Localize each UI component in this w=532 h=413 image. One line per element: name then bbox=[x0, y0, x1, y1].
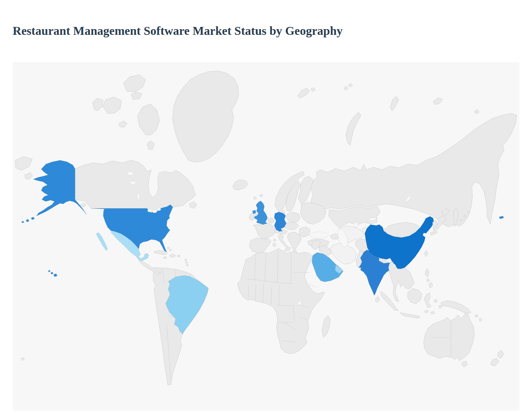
australia bbox=[424, 309, 474, 361]
world-map bbox=[13, 62, 519, 410]
black-sea bbox=[310, 232, 328, 238]
madagascar bbox=[322, 315, 330, 337]
aral-sea bbox=[353, 222, 358, 227]
landmass-russia bbox=[310, 113, 517, 227]
arctic-islands-canada bbox=[92, 75, 160, 149]
country-germany[interactable] bbox=[274, 212, 286, 232]
philippines bbox=[425, 269, 433, 288]
vancouver-island bbox=[80, 203, 86, 207]
iberia bbox=[249, 238, 271, 253]
world-map-panel bbox=[13, 62, 519, 410]
landmass-greenland bbox=[173, 71, 239, 162]
country-uk[interactable] bbox=[252, 201, 268, 225]
great-slave-lake bbox=[130, 181, 136, 184]
newfoundland-island bbox=[189, 201, 197, 208]
caribbean-islands bbox=[154, 247, 188, 266]
finland bbox=[298, 176, 313, 204]
taiwan bbox=[424, 251, 428, 257]
poland bbox=[286, 212, 300, 222]
new-guinea bbox=[441, 301, 471, 313]
lake-winnipeg bbox=[137, 193, 140, 200]
landmass-africa bbox=[238, 248, 325, 354]
lake-superior bbox=[148, 209, 152, 212]
sri-lanka bbox=[375, 296, 380, 302]
great-bear-lake bbox=[128, 172, 133, 175]
france bbox=[253, 223, 276, 238]
pacific-islets bbox=[475, 315, 482, 321]
benelux bbox=[268, 218, 275, 223]
lake-erie-ontario bbox=[157, 208, 161, 211]
arctic-islands-eurasia bbox=[298, 83, 479, 145]
landmass-canada bbox=[75, 160, 196, 213]
iceland bbox=[233, 180, 248, 190]
chukotka-west-fragment bbox=[15, 156, 33, 180]
base-land-layer bbox=[15, 71, 517, 385]
country-mexico-baja[interactable] bbox=[96, 232, 108, 251]
indonesia bbox=[381, 289, 442, 318]
iran bbox=[330, 243, 356, 264]
faroe-shetland-islands bbox=[253, 194, 263, 200]
south-atlantic-islet bbox=[21, 358, 24, 360]
central-america bbox=[139, 260, 161, 275]
lake-michigan-huron bbox=[152, 210, 157, 213]
page-title: Restaurant Management Software Market St… bbox=[13, 24, 343, 38]
new-zealand bbox=[491, 350, 504, 366]
tasmania bbox=[461, 361, 467, 367]
romania-bulgaria bbox=[299, 227, 310, 237]
lake-victoria bbox=[298, 301, 301, 305]
